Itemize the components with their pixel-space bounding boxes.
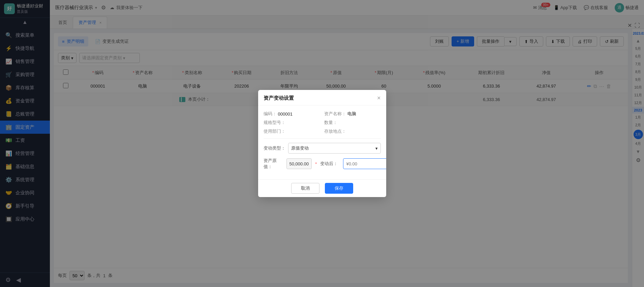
modal-values-row: 资产原值： 50,000.00 * 变动后： xyxy=(264,158,381,170)
modal-dept-item: 使用部门： xyxy=(264,128,320,134)
save-btn[interactable]: 保存 xyxy=(325,183,353,194)
change-type-select[interactable]: 原值变动 ▾ xyxy=(288,143,381,154)
asset-change-modal: 资产变动设置 × 编码： 000001 资产名称： 电脑 规格型号： 数量： xyxy=(258,90,386,197)
modal-info-grid: 编码： 000001 资产名称： 电脑 规格型号： 数量： 使用部门： xyxy=(264,111,381,139)
modal-quantity-item: 数量： xyxy=(324,120,381,126)
modal-code-item: 编码： 000001 xyxy=(264,111,320,117)
modal-change-type-row: 变动类型： 原值变动 ▾ xyxy=(264,143,381,154)
required-mark: * xyxy=(315,161,317,166)
change-type-chevron-icon: ▾ xyxy=(375,146,378,151)
modal-location-item: 存放地点： xyxy=(324,128,381,134)
modal-overlay: 资产变动设置 × 编码： 000001 资产名称： 电脑 规格型号： 数量： xyxy=(0,0,644,287)
modal-spec-item: 规格型号： xyxy=(264,120,320,126)
cancel-btn[interactable]: 取消 xyxy=(291,183,319,194)
modal-footer: 取消 保存 xyxy=(258,179,386,197)
modal-body: 编码： 000001 资产名称： 电脑 规格型号： 数量： 使用部门： xyxy=(258,105,386,179)
modal-title: 资产变动设置 xyxy=(264,95,294,101)
modal-header: 资产变动设置 × xyxy=(258,90,386,105)
modal-name-item: 资产名称： 电脑 xyxy=(324,111,381,117)
after-change-input[interactable] xyxy=(343,158,386,169)
modal-close-icon[interactable]: × xyxy=(377,95,381,102)
original-value-display: 50,000.00 xyxy=(286,158,312,169)
